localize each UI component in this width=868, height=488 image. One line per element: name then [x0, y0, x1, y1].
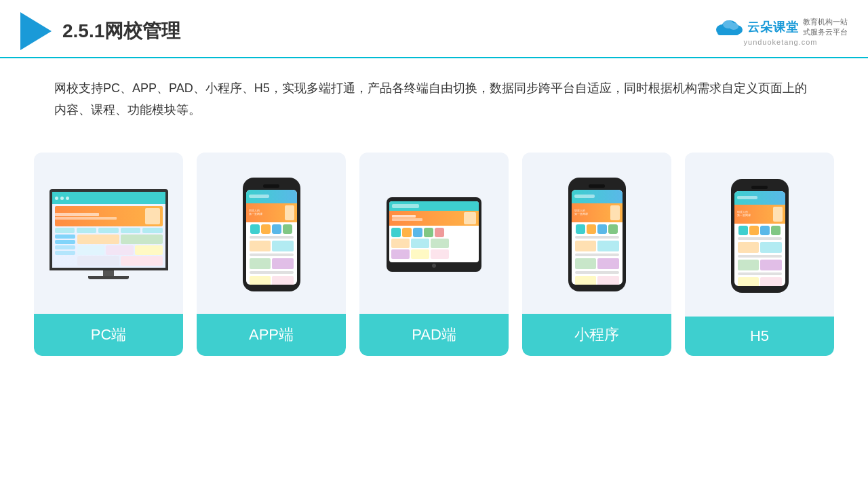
pc-image-area [34, 152, 183, 314]
phone-mock-app: 职涯人的第一堂网课 [243, 178, 300, 291]
miniprogram-label: 小程序 [522, 314, 671, 356]
app-card: 职涯人的第一堂网课 [197, 152, 346, 356]
description-paragraph: 网校支持PC、APP、PAD、小程序、H5，实现多端打通，产品各终端自由切换，数… [54, 77, 814, 121]
pad-image-area [359, 152, 509, 314]
cloud-logo-icon [713, 16, 743, 38]
brand-url: yunduoketang.com [744, 38, 818, 46]
page-header: 2.5.1网校管理 云朵课堂 教育机构一站式服务云平台 yunduoketang… [0, 0, 868, 58]
svg-point-5 [729, 23, 738, 30]
pc-card: PC端 [34, 152, 183, 356]
miniprogram-image-area: 职涯人的第一堂网课 [522, 152, 671, 314]
pc-screen [50, 189, 168, 270]
pad-label: PAD端 [359, 314, 509, 356]
device-cards-container: PC端 职涯人的第一堂网课 [0, 139, 868, 376]
brand-area: 云朵课堂 教育机构一站式服务云平台 yunduoketang.com [713, 16, 848, 46]
miniprogram-card: 职涯人的第一堂网课 [522, 152, 671, 356]
header-left: 2.5.1网校管理 [20, 12, 180, 50]
phone-mock-h5: 职涯人的第一堂网课 [731, 179, 789, 293]
tablet-mock [387, 197, 481, 272]
logo-triangle-icon [20, 12, 52, 50]
brand-logo: 云朵课堂 教育机构一站式服务云平台 [713, 16, 848, 38]
pc-label: PC端 [34, 314, 183, 356]
brand-tagline: 教育机构一站式服务云平台 [803, 17, 848, 38]
h5-label: H5 [685, 317, 834, 356]
pad-card: PAD端 [359, 152, 509, 356]
description-text: 网校支持PC、APP、PAD、小程序、H5，实现多端打通，产品各终端自由切换，数… [0, 58, 868, 132]
phone-mock-mini: 职涯人的第一堂网课 [568, 178, 626, 291]
pc-device-mock [50, 189, 168, 279]
svg-rect-3 [717, 29, 739, 35]
page-title: 2.5.1网校管理 [62, 18, 180, 44]
brand-name: 云朵课堂 [747, 19, 799, 35]
h5-card: 职涯人的第一堂网课 [685, 152, 834, 356]
app-label: APP端 [197, 314, 346, 356]
h5-image-area: 职涯人的第一堂网课 [685, 152, 834, 317]
app-image-area: 职涯人的第一堂网课 [197, 152, 346, 314]
